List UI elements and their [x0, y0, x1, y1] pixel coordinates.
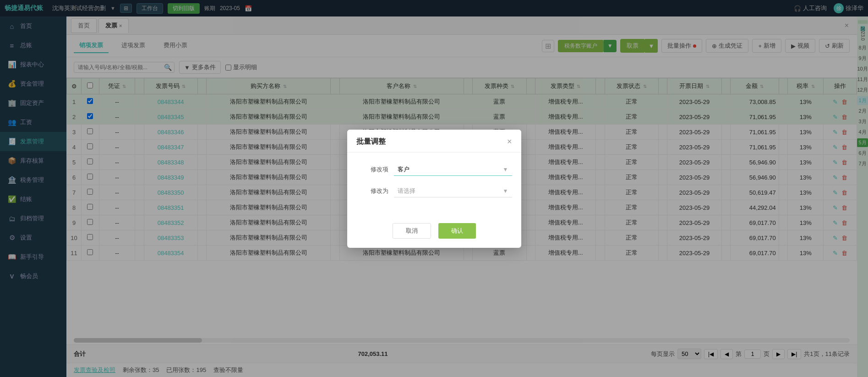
- modal-overlay[interactable]: 批量调整 × 修改项 客户 ▼ 修改为 请选择 ▼ 取消 确认: [0, 0, 868, 377]
- modal-header: 批量调整 ×: [347, 130, 521, 153]
- cancel-button[interactable]: 取消: [393, 223, 431, 239]
- modal-footer: 取消 确认: [347, 218, 521, 248]
- modify-field-value: 客户: [398, 165, 409, 174]
- modify-to-label: 修改为: [356, 187, 388, 195]
- modal-body: 修改项 客户 ▼ 修改为 请选择 ▼: [347, 153, 521, 218]
- modify-field-select[interactable]: 客户 ▼: [394, 164, 512, 176]
- modal-close-button[interactable]: ×: [507, 137, 512, 147]
- to-dropdown-icon: ▼: [503, 188, 508, 194]
- modal-title: 批量调整: [356, 137, 386, 147]
- confirm-button[interactable]: 确认: [438, 223, 476, 239]
- modify-to-placeholder: 请选择: [398, 187, 415, 195]
- modify-field-label: 修改项: [356, 165, 388, 174]
- batch-adjust-modal: 批量调整 × 修改项 客户 ▼ 修改为 请选择 ▼ 取消 确认: [347, 130, 521, 248]
- modify-to-row: 修改为 请选择 ▼: [356, 185, 512, 197]
- modify-to-select[interactable]: 请选择 ▼: [394, 185, 512, 197]
- field-dropdown-icon: ▼: [503, 166, 508, 173]
- modify-field-row: 修改项 客户 ▼: [356, 164, 512, 176]
